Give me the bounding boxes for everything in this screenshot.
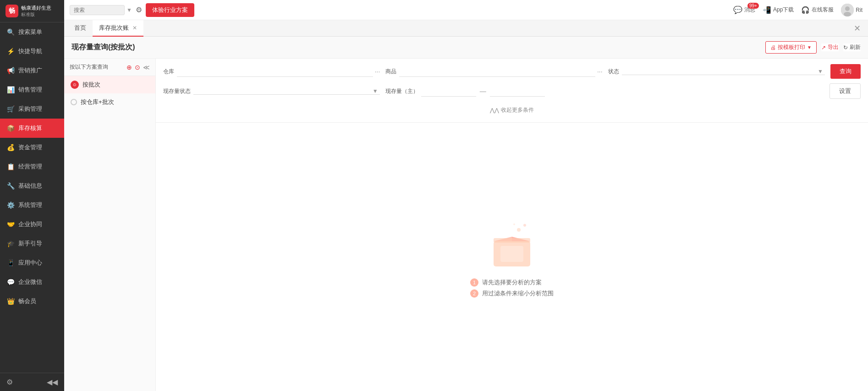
export-button[interactable]: ↗ 导出 bbox=[821, 43, 839, 51]
sidebar-item-system-label: 系统管理 bbox=[18, 201, 42, 209]
status-value bbox=[622, 70, 816, 73]
stock-status-dropdown-icon[interactable]: ▼ bbox=[371, 88, 380, 94]
sidebar-item-shortcut-label: 快捷导航 bbox=[18, 47, 42, 55]
sidebar-item-wechat[interactable]: 💬 企业微信 bbox=[0, 272, 64, 292]
sidebar-item-operation[interactable]: 📋 经营管理 bbox=[0, 157, 64, 176]
left-panel-title: 按以下方案查询 bbox=[70, 63, 108, 71]
left-panel-icons: ⊕ ⊙ ≪ bbox=[126, 64, 150, 71]
collapse-sidebar-icon[interactable]: ◀◀ bbox=[47, 378, 58, 386]
tab-home[interactable]: 首页 bbox=[68, 20, 93, 37]
sidebar-item-sales-label: 销售管理 bbox=[18, 86, 42, 94]
print-dropdown-icon: ▼ bbox=[807, 45, 812, 50]
topbar-gear-icon[interactable]: ⚙ bbox=[134, 4, 144, 16]
sidebar-item-inventory[interactable]: 📦 库存核算 bbox=[0, 119, 64, 138]
stock-qty-label: 现存量（主） bbox=[385, 87, 418, 95]
page-actions: 🖨 按模板打印 ▼ ↗ 导出 ↻ 刷新 bbox=[765, 41, 861, 54]
tip-num-1: 1 bbox=[470, 278, 478, 287]
print-button[interactable]: 🖨 按模板打印 ▼ bbox=[765, 41, 817, 54]
warehouse-label: 仓库 bbox=[163, 68, 174, 76]
tab-inventory-batch[interactable]: 库存批次账 ✕ bbox=[93, 20, 143, 37]
wechat-icon: 💬 bbox=[6, 278, 15, 286]
query-button[interactable]: 查询 bbox=[830, 64, 861, 79]
svg-point-10 bbox=[513, 223, 515, 225]
sidebar-item-purchase-label: 采购管理 bbox=[18, 105, 42, 113]
flash-icon: ⚡ bbox=[6, 47, 15, 55]
collapse-more-label: 收起更多条件 bbox=[501, 106, 534, 114]
warehouse-more-icon[interactable]: ··· bbox=[375, 68, 380, 75]
tip-text-1: 请先选择要分析的方案 bbox=[482, 278, 542, 287]
scheme-item-batch[interactable]: ⊙ 按批次 bbox=[64, 76, 155, 93]
sidebar-item-newbie[interactable]: 🎓 新手引导 bbox=[0, 234, 64, 253]
sidebar-item-appstore[interactable]: 📱 应用中心 bbox=[0, 253, 64, 272]
experience-button[interactable]: 体验行业方案 bbox=[146, 3, 194, 17]
tip-text-2: 用过滤条件来缩小分析范围 bbox=[482, 289, 554, 298]
refresh-icon: ↻ bbox=[843, 44, 848, 51]
money-icon: 💰 bbox=[6, 143, 15, 152]
stock-qty-min-input[interactable] bbox=[421, 86, 476, 97]
sidebar-item-purchase[interactable]: 🛒 采购管理 bbox=[0, 99, 64, 119]
scheme-settings-icon[interactable]: ⊙ bbox=[135, 64, 140, 71]
stock-status-select-wrap: ▼ bbox=[193, 88, 380, 95]
sidebar-item-system[interactable]: ⚙️ 系统管理 bbox=[0, 196, 64, 215]
sidebar-item-basic-label: 基础信息 bbox=[18, 182, 42, 190]
chart-icon: 📊 bbox=[6, 86, 15, 94]
settings-button[interactable]: 设置 bbox=[830, 83, 861, 99]
crown-icon: 👑 bbox=[6, 297, 15, 305]
empty-svg bbox=[484, 216, 539, 271]
collapse-panel-icon[interactable]: ≪ bbox=[143, 64, 150, 71]
product-more-icon[interactable]: ··· bbox=[597, 68, 603, 75]
sidebar-item-member[interactable]: 👑 畅会员 bbox=[0, 292, 64, 311]
headset-icon: 🎧 bbox=[801, 6, 810, 14]
settings-footer-icon[interactable]: ⚙ bbox=[6, 378, 13, 386]
online-service-button[interactable]: 🎧 在线客服 bbox=[801, 6, 834, 14]
graduation-icon: 🎓 bbox=[6, 239, 15, 248]
box-icon: 📦 bbox=[6, 124, 15, 132]
avatar bbox=[841, 4, 854, 16]
sidebar-item-shortcut[interactable]: ⚡ 快捷导航 bbox=[0, 42, 64, 61]
product-filter-group: 商品 ··· bbox=[385, 66, 602, 77]
sidebar-item-enterprise[interactable]: 🤝 企业协同 bbox=[0, 215, 64, 234]
stock-qty-filter-group: 现存量（主） — bbox=[385, 86, 602, 97]
empty-state: 1 请先选择要分析的方案 2 用过滤条件来缩小分析范围 bbox=[156, 123, 868, 391]
status-filter-group: 状态 ▼ bbox=[608, 68, 825, 76]
tab-close-icon[interactable]: ✕ bbox=[132, 25, 137, 31]
sidebar-item-marketing[interactable]: 📢 营销推广 bbox=[0, 61, 64, 80]
app-download-button[interactable]: 📲 App下载 bbox=[763, 6, 794, 14]
sidebar-item-basic[interactable]: 🔧 基础信息 bbox=[0, 176, 64, 196]
sidebar-nav: 🔍 搜索菜单 ⚡ 快捷导航 📢 营销推广 📊 销售管理 🛒 采购管理 📦 库存核… bbox=[0, 22, 64, 373]
refresh-button[interactable]: ↻ 刷新 bbox=[843, 43, 861, 51]
add-scheme-icon[interactable]: ⊕ bbox=[126, 64, 132, 71]
status-label: 状态 bbox=[608, 68, 619, 76]
tab-panel-close-icon[interactable]: ✕ bbox=[850, 23, 864, 33]
status-dropdown-icon[interactable]: ▼ bbox=[816, 68, 825, 75]
product-input[interactable] bbox=[399, 66, 595, 77]
cart-icon: 🛒 bbox=[6, 105, 15, 113]
svg-rect-7 bbox=[500, 246, 523, 262]
empty-tip-2: 2 用过滤条件来缩小分析范围 bbox=[470, 289, 554, 298]
filter-row-1: 仓库 ··· 商品 ··· 状态 bbox=[163, 64, 861, 79]
filter-area: 仓库 ··· 商品 ··· 状态 bbox=[156, 59, 868, 123]
stock-qty-max-input[interactable] bbox=[490, 86, 545, 97]
username-label: Rit bbox=[856, 7, 863, 13]
content-area: 现存量查询(按批次) 🖨 按模板打印 ▼ ↗ 导出 ↻ 刷新 bbox=[64, 37, 868, 391]
main-area: ▼ ⚙ 体验行业方案 💬 消息 99+ 📲 App下载 🎧 在线客服 bbox=[64, 0, 868, 391]
sidebar-item-sales[interactable]: 📊 销售管理 bbox=[0, 80, 64, 99]
message-icon: 💬 bbox=[733, 5, 742, 14]
empty-tip-1: 1 请先选择要分析的方案 bbox=[470, 278, 554, 287]
warehouse-input[interactable] bbox=[177, 66, 373, 77]
sidebar-item-finance[interactable]: 💰 资金管理 bbox=[0, 138, 64, 157]
scheme-warehouse-label: 按仓库+批次 bbox=[81, 98, 114, 106]
stock-status-filter-group: 现存量状态 ▼ bbox=[163, 87, 380, 95]
phone-icon: 📱 bbox=[6, 259, 15, 267]
product-label: 商品 bbox=[385, 68, 396, 76]
svg-rect-6 bbox=[494, 238, 530, 243]
warehouse-filter-group: 仓库 ··· bbox=[163, 66, 380, 77]
collapse-more-button[interactable]: ⋀⋀ 收起更多条件 bbox=[163, 103, 861, 117]
sidebar-item-search[interactable]: 🔍 搜索菜单 bbox=[0, 22, 64, 42]
sidebar-header: 畅 畅康通好生意 标准版 bbox=[0, 0, 64, 22]
user-profile[interactable]: Rit bbox=[841, 4, 863, 16]
search-input[interactable] bbox=[70, 5, 125, 15]
messages-button[interactable]: 💬 消息 99+ bbox=[733, 5, 755, 14]
sidebar-item-newbie-label: 新手引导 bbox=[18, 239, 42, 248]
scheme-item-warehouse-batch[interactable]: 按仓库+批次 bbox=[64, 93, 155, 111]
